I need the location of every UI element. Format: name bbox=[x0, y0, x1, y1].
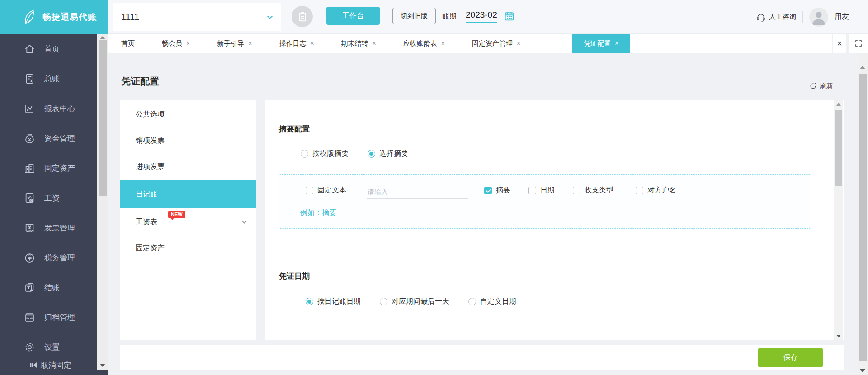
page-scrollbar[interactable] bbox=[858, 53, 868, 375]
scroll-up-arrow[interactable] bbox=[836, 103, 841, 106]
chevron-down-icon[interactable] bbox=[241, 218, 248, 226]
radio-icon[interactable] bbox=[301, 150, 308, 158]
clipboard-badge-button[interactable] bbox=[292, 6, 313, 27]
sidebar-item-funds-management[interactable]: 资金管理 bbox=[0, 123, 97, 153]
unpin-sidebar-button[interactable]: 取消固定 bbox=[28, 357, 71, 373]
checkbox-summary[interactable]: 摘要 bbox=[484, 186, 510, 195]
sidebar-item-tax-management[interactable]: 税务管理 bbox=[0, 243, 97, 272]
sidebar-scrollbar-thumb[interactable] bbox=[99, 40, 107, 196]
config-item-purchase-invoice[interactable]: 进项发票 bbox=[120, 154, 256, 180]
radio-icon[interactable] bbox=[380, 298, 387, 305]
checkbox-icon[interactable] bbox=[528, 187, 536, 194]
scroll-up-arrow[interactable] bbox=[100, 36, 105, 39]
config-item-fixed-assets[interactable]: 固定资产 bbox=[120, 235, 256, 261]
username[interactable]: 用友 bbox=[835, 12, 849, 22]
tab-close-icon[interactable]: × bbox=[517, 40, 520, 47]
page-scrollbar-thumb[interactable] bbox=[859, 74, 867, 361]
tab-operation-log[interactable]: 操作日志 × bbox=[271, 34, 322, 53]
brand-logo: 畅捷通易代账 bbox=[0, 0, 108, 34]
config-item-common-options[interactable]: 公共选项 bbox=[120, 101, 256, 127]
checkbox-icon[interactable] bbox=[306, 187, 313, 194]
tab-close-icon[interactable]: × bbox=[615, 40, 618, 47]
radio-icon[interactable] bbox=[468, 298, 476, 305]
tab-voucher-config[interactable]: 凭证配置 × bbox=[572, 34, 630, 53]
avatar[interactable] bbox=[809, 8, 828, 27]
tab-close-icon[interactable]: × bbox=[310, 40, 314, 47]
tab-novice-guide[interactable]: 新手引导 × bbox=[209, 34, 260, 53]
config-item-label: 固定资产 bbox=[136, 244, 165, 253]
tab-period-end-carryover[interactable]: 期末结转 × bbox=[333, 34, 384, 53]
sidebar-item-label: 设置 bbox=[44, 342, 60, 352]
period-value[interactable]: 2023-02 bbox=[466, 10, 497, 23]
config-item-journal[interactable]: 日记账 bbox=[120, 180, 256, 208]
refresh-button[interactable]: 刷新 bbox=[809, 82, 833, 90]
config-item-salary-sheet[interactable]: 工资表 NEW bbox=[120, 209, 256, 235]
page-title: 凭证配置 bbox=[121, 75, 159, 88]
sidebar-item-home[interactable]: 首页 bbox=[0, 34, 97, 64]
checkbox-checked-icon[interactable] bbox=[484, 187, 492, 194]
checkbox-icon[interactable] bbox=[573, 187, 580, 194]
tab-home[interactable]: 首页 bbox=[113, 34, 143, 53]
tab-close-icon[interactable]: × bbox=[441, 40, 445, 47]
sidebar-item-invoice-management[interactable]: 发票管理 bbox=[0, 213, 97, 243]
fullscreen-button[interactable] bbox=[849, 34, 868, 53]
funds-icon bbox=[24, 132, 36, 145]
sidebar-item-general-ledger[interactable]: 总账 bbox=[0, 64, 97, 94]
calendar-icon[interactable] bbox=[504, 10, 515, 22]
sidebar-scrollbar[interactable] bbox=[97, 34, 108, 370]
sidebar-item-label: 税务管理 bbox=[44, 253, 75, 263]
checkbox-date[interactable]: 日期 bbox=[528, 186, 555, 195]
checkbox-counterparty-name[interactable]: 对方户名 bbox=[636, 186, 676, 195]
switch-old-version-button[interactable]: 切到旧版 bbox=[392, 8, 436, 24]
radio-select-summary[interactable]: 选择摘要 bbox=[368, 149, 408, 159]
content-scrollbar[interactable] bbox=[834, 100, 843, 340]
config-item-sales-invoice[interactable]: 销项发票 bbox=[120, 127, 256, 154]
sidebar-item-report-center[interactable]: 报表中心 bbox=[0, 94, 97, 123]
sidebar-item-label: 总账 bbox=[44, 74, 60, 84]
tab-receivable-aging[interactable]: 应收账龄表 × bbox=[395, 34, 453, 53]
new-badge: NEW bbox=[168, 211, 185, 218]
sidebar-item-label: 报表中心 bbox=[44, 103, 75, 114]
sidebar-item-fixed-assets[interactable]: 固定资产 bbox=[0, 153, 97, 183]
section-divider bbox=[279, 244, 833, 244]
collapse-left-icon bbox=[28, 360, 39, 370]
sidebar-item-label: 结账 bbox=[44, 282, 60, 293]
report-icon bbox=[24, 103, 36, 115]
content-scrollbar-thumb[interactable] bbox=[835, 110, 842, 186]
tab-fixed-assets-mgmt[interactable]: 固定资产管理 × bbox=[464, 34, 528, 53]
scroll-up-arrow[interactable] bbox=[860, 66, 865, 69]
fixed-text-input[interactable] bbox=[367, 187, 468, 199]
workbench-button[interactable]: 工作台 bbox=[326, 7, 380, 25]
invoice-icon bbox=[24, 222, 36, 234]
scroll-down-arrow[interactable] bbox=[860, 369, 865, 372]
support-button[interactable]: 人工咨询 bbox=[756, 12, 796, 22]
radio-template-summary[interactable]: 按模版摘要 bbox=[301, 149, 349, 159]
company-select[interactable]: 1111 bbox=[113, 3, 281, 31]
scroll-down-arrow[interactable] bbox=[836, 335, 841, 338]
radio-journal-date[interactable]: 按日记账日期 bbox=[306, 297, 361, 306]
save-button[interactable]: 保存 bbox=[758, 348, 823, 367]
fixed-assets-icon bbox=[24, 162, 36, 174]
checkbox-label: 日期 bbox=[540, 186, 555, 195]
tab-label: 操作日志 bbox=[279, 39, 306, 48]
checkbox-income-expense-type[interactable]: 收支类型 bbox=[573, 186, 613, 195]
radio-period-last-day[interactable]: 对应期间最后一天 bbox=[380, 297, 449, 306]
sidebar-item-archive-management[interactable]: 归档管理 bbox=[0, 302, 97, 332]
tab-chang-member[interactable]: 畅会员 × bbox=[154, 34, 198, 53]
checkbox-label: 固定文本 bbox=[317, 186, 346, 195]
sidebar-item-closing[interactable]: 结账 bbox=[0, 272, 97, 302]
radio-icon-selected[interactable] bbox=[306, 298, 313, 305]
checkbox-fixed-text[interactable]: 固定文本 bbox=[306, 186, 346, 195]
sidebar-item-label: 固定资产 bbox=[44, 163, 75, 173]
scroll-down-arrow[interactable] bbox=[100, 364, 105, 367]
tab-close-icon[interactable]: × bbox=[248, 40, 252, 47]
radio-icon-selected[interactable] bbox=[368, 150, 375, 158]
tab-close-icon[interactable]: × bbox=[186, 40, 190, 47]
checkbox-icon[interactable] bbox=[636, 187, 643, 194]
radio-label: 按日记账日期 bbox=[317, 297, 361, 306]
headset-icon bbox=[756, 12, 766, 22]
sidebar-item-salary[interactable]: 工资 bbox=[0, 183, 97, 213]
tab-close-icon[interactable]: × bbox=[373, 40, 376, 47]
radio-custom-date[interactable]: 自定义日期 bbox=[468, 297, 516, 306]
close-all-tabs-button[interactable]: × bbox=[833, 34, 846, 53]
